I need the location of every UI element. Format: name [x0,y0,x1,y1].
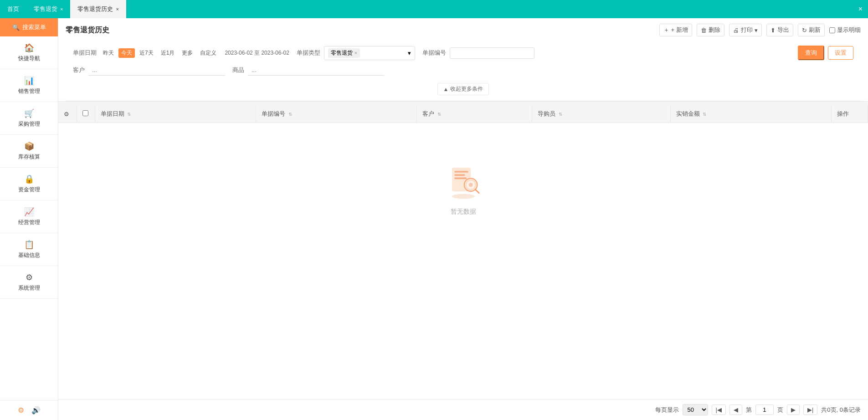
tab-close-零售退货[interactable]: × [60,6,63,12]
type-filter-select[interactable]: 零售退货 × ▾ [324,46,415,60]
th-customer-label: 客户 [422,110,434,117]
sidebar-item-系统管理[interactable]: ⚙系统管理 [0,266,58,299]
delete-button[interactable]: 🗑 删除 [697,24,724,36]
date-range: 2023-06-02 至 2023-06-02 [225,49,289,57]
table-header-row: ⚙ 单据日期 ⇅ 单据编号 ⇅ 客户 [58,105,868,123]
content-area: 零售退货历史 ＋ + 新增 🗑 删除 🖨 打印 ▾ [58,18,868,420]
type-filter-remove[interactable]: × [354,50,357,56]
page-suffix: 页 [777,406,783,414]
date-option-昨天[interactable]: 昨天 [100,48,117,58]
table-container: ⚙ 单据日期 ⇅ 单据编号 ⇅ 客户 [58,105,868,399]
tab-close-零售退货历史[interactable]: × [116,6,118,12]
per-page-label: 每页显示 [655,406,679,414]
filter-area: 单据日期 昨天今天近7天近1月更多自定义 2023-06-02 至 2023-0… [66,41,861,101]
query-button[interactable]: 查询 [798,46,824,60]
th-settings[interactable]: ⚙ [58,105,77,123]
th-guide-label: 导购员 [538,110,555,117]
goods-filter-input[interactable] [248,65,385,76]
svg-rect-3 [454,174,465,176]
next-page-button[interactable]: ▶ [787,405,800,415]
collapse-label: 收起更多条件 [450,85,483,93]
sort-date-icon[interactable]: ⇅ [127,112,131,117]
export-button[interactable]: ⬆ 导出 [766,24,793,36]
customer-filter-group: 客户 [73,65,225,76]
per-page-select[interactable]: 50 20 100 [683,404,708,415]
delete-label: 删除 [709,26,720,34]
sidebar: 🔍 搜索菜单 🏠快捷导航📊销售管理🛒采购管理📦库存核算🔒资金管理📈经营管理📋基础… [0,18,58,420]
print-button[interactable]: 🖨 打印 ▾ [729,24,762,36]
window-close-button[interactable]: × [853,5,868,13]
show-detail-checkbox-group: 显示明细 [829,26,861,34]
sidebar-item-库存核算[interactable]: 📦库存核算 [0,135,58,168]
date-option-更多[interactable]: 更多 [179,48,195,58]
type-filter-tag: 零售退货 × [328,48,360,58]
th-number-label: 单据编号 [262,110,285,117]
top-bar: 首页零售退货×零售退货历史× × [0,0,868,18]
sidebar-icon-资金管理: 🔒 [24,174,34,184]
date-option-近1月[interactable]: 近1月 [158,48,178,58]
sidebar-item-基础信息[interactable]: 📋基础信息 [0,233,58,266]
first-page-button[interactable]: |◀ [712,405,726,415]
show-detail-label: 显示明细 [837,26,861,34]
print-label: 打印 [741,26,753,34]
show-detail-checkbox[interactable] [829,27,835,33]
date-option-近7天[interactable]: 近7天 [137,48,156,58]
sidebar-item-销售管理[interactable]: 📊销售管理 [0,69,58,102]
sidebar-search[interactable]: 🔍 搜索菜单 [0,18,58,36]
type-filter-label: 单据类型 [297,49,320,57]
sidebar-label-销售管理: 销售管理 [18,87,40,95]
settings-bottom-icon[interactable]: ⚙ [18,406,24,415]
th-guide: 导购员 ⇅ [532,105,670,123]
sidebar-menu: 🏠快捷导航📊销售管理🛒采购管理📦库存核算🔒资金管理📈经营管理📋基础信息⚙系统管理 [0,36,58,400]
refresh-button[interactable]: ↻ 刷新 [798,24,825,36]
customer-filter-input[interactable] [88,65,225,76]
svg-rect-4 [454,178,467,179]
setting-button[interactable]: 设置 [828,46,853,60]
sort-amount-icon[interactable]: ⇅ [703,112,706,117]
date-options: 昨天今天近7天近1月更多自定义 [100,48,219,58]
page-label: 第 [746,406,752,414]
prev-page-button[interactable]: ◀ [729,405,742,415]
date-option-自定义[interactable]: 自定义 [197,48,219,58]
sidebar-item-资金管理[interactable]: 🔒资金管理 [0,168,58,200]
sort-number-icon[interactable]: ⇅ [288,112,292,117]
svg-point-0 [452,194,474,199]
goods-filter-group: 商品 [232,65,385,76]
add-button[interactable]: ＋ + 新增 [659,24,692,36]
filter-row-1: 单据日期 昨天今天近7天近1月更多自定义 2023-06-02 至 2023-0… [73,46,853,60]
svg-rect-2 [454,171,468,173]
number-filter-input[interactable] [450,47,534,59]
sidebar-icon-系统管理: ⚙ [26,272,33,282]
date-option-今天[interactable]: 今天 [118,48,135,58]
sidebar-search-label: 搜索菜单 [22,23,46,31]
sidebar-item-快捷导航[interactable]: 🏠快捷导航 [0,36,58,69]
th-checkbox [77,105,95,123]
th-customer: 客户 ⇅ [417,105,532,123]
delete-icon: 🗑 [701,27,707,34]
th-action-label: 操作 [837,110,849,117]
th-date: 单据日期 ⇅ [95,105,256,123]
date-filter-group: 单据日期 昨天今天近7天近1月更多自定义 2023-06-02 至 2023-0… [73,48,289,58]
volume-icon[interactable]: 🔊 [31,406,41,415]
refresh-label: 刷新 [809,26,821,34]
sort-customer-icon[interactable]: ⇅ [437,112,441,117]
sidebar-icon-经营管理: 📈 [24,207,34,217]
th-date-label: 单据日期 [101,110,124,117]
current-page-input[interactable] [755,405,774,415]
sort-guide-icon[interactable]: ⇅ [559,112,562,117]
tab-零售退货[interactable]: 零售退货× [26,0,70,18]
page-header-top: 零售退货历史 ＋ + 新增 🗑 删除 🖨 打印 ▾ [66,24,861,36]
tab-零售退货历史[interactable]: 零售退货历史× [70,0,126,18]
collapse-btn[interactable]: ▲ 收起更多条件 [437,83,489,95]
tab-首页[interactable]: 首页 [0,0,26,18]
sidebar-bottom: ⚙ 🔊 [0,400,58,420]
sidebar-item-经营管理[interactable]: 📈经营管理 [0,200,58,233]
type-filter-value: 零售退货 [331,49,353,57]
sidebar-label-资金管理: 资金管理 [18,186,40,194]
last-page-button[interactable]: ▶| [803,405,817,415]
select-all-checkbox[interactable] [82,110,88,116]
sidebar-item-采购管理[interactable]: 🛒采购管理 [0,102,58,135]
date-filter-label: 单据日期 [73,49,97,57]
export-icon: ⬆ [770,27,776,34]
sidebar-label-快捷导航: 快捷导航 [18,55,40,62]
